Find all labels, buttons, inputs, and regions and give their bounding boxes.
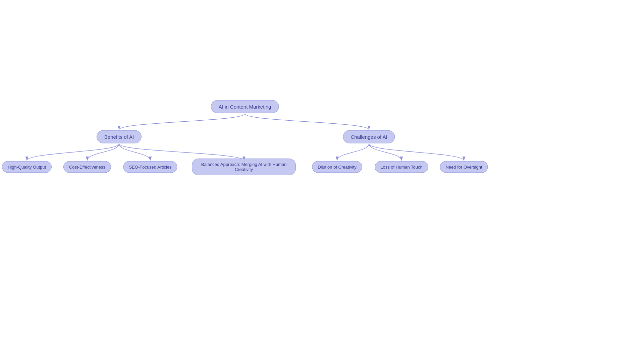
node-balanced-approach: Balanced Approach: Merging AI with Human…	[192, 159, 296, 175]
node-root: AI in Content Marketing	[211, 100, 279, 113]
node-challenges: Challenges of AI	[343, 130, 395, 143]
node-oversight: Need for Oversight	[440, 161, 488, 173]
connections-svg	[0, 0, 644, 363]
node-cost-effectiveness: Cost-Effectiveness	[63, 161, 111, 173]
node-benefits: Benefits of AI	[97, 130, 142, 143]
node-human-touch: Loss of Human Touch	[375, 161, 428, 173]
diagram-container: AI in Content Marketing Benefits of AI C…	[0, 0, 644, 363]
node-high-quality: High-Quality Output	[2, 161, 52, 173]
node-dilution: Dilution of Creativity	[312, 161, 362, 173]
node-seo-articles: SEO-Focused Articles	[123, 161, 177, 173]
